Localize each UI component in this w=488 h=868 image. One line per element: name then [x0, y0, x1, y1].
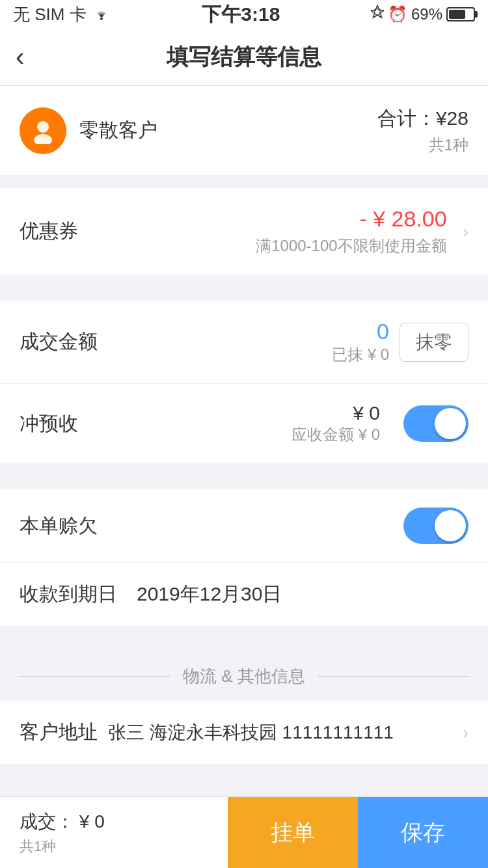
address-label: 客户地址	[20, 719, 98, 746]
svg-point-0	[100, 18, 103, 20]
coupon-card: 优惠券 - ¥ 28.00 满1000-100不限制使用金额 ›	[0, 188, 488, 275]
prepay-values: ¥ 0 应收金额 ¥ 0	[291, 402, 380, 445]
deal-amount-label: 成交金额	[20, 329, 98, 355]
svg-point-1	[37, 121, 49, 133]
bottom-count: 共1种	[20, 837, 208, 856]
page-title: 填写结算等信息	[167, 42, 321, 72]
coupon-row[interactable]: 优惠券 - ¥ 28.00 满1000-100不限制使用金额 ›	[0, 188, 488, 275]
divider-2	[0, 288, 488, 301]
due-date-value[interactable]: 2019年12月30日	[137, 581, 282, 608]
status-right: ⏰ 69%	[371, 5, 475, 23]
status-left: 无 SIM 卡	[13, 3, 111, 26]
total-count: 共1种	[377, 135, 468, 156]
customer-card: 零散客户 合计：¥28 共1种	[0, 86, 488, 175]
debt-label: 本单赊欠	[20, 513, 98, 539]
save-button[interactable]: 保存	[358, 797, 488, 868]
amount-col: 0 已抹 ¥ 0	[332, 319, 389, 365]
wifi-icon	[92, 5, 111, 25]
label-line-left	[20, 676, 170, 677]
sim-status: 无 SIM 卡	[13, 3, 87, 26]
bottom-info: 成交： ¥ 0 共1种	[0, 809, 228, 856]
status-bar: 无 SIM 卡 下午3:18 ⏰ 69%	[0, 0, 488, 29]
chevron-icon: ›	[463, 221, 468, 242]
bottom-deal-label: 成交：	[20, 811, 74, 832]
coupon-desc: 满1000-100不限制使用金额	[256, 236, 446, 256]
debt-toggle-knob	[435, 510, 466, 541]
deal-amount-value[interactable]: 0	[377, 319, 389, 344]
prepay-row: 冲预收 ¥ 0 应收金额 ¥ 0	[0, 384, 488, 463]
prepay-label: 冲预收	[20, 411, 78, 437]
customer-left: 零散客户	[20, 107, 157, 154]
divider-4	[0, 639, 488, 652]
bottom-deal-amount: 成交： ¥ 0	[20, 809, 208, 834]
deal-amount-right: 0 已抹 ¥ 0 抹零	[332, 319, 468, 365]
customer-name: 零散客户	[79, 117, 157, 144]
label-line-right	[318, 676, 468, 677]
address-chevron-icon: ›	[463, 722, 468, 743]
alarm-icon: ⏰	[388, 5, 407, 23]
prepay-right: ¥ 0 应收金额 ¥ 0	[291, 402, 468, 445]
back-button[interactable]: ‹	[16, 42, 24, 72]
prepay-amount: ¥ 0	[353, 402, 380, 424]
coupon-values: - ¥ 28.00 满1000-100不限制使用金额	[256, 206, 446, 256]
round-zero-button[interactable]: 抹零	[400, 323, 468, 362]
prepay-toggle[interactable]	[403, 405, 468, 442]
deal-amount-row: 成交金额 0 已抹 ¥ 0 抹零	[0, 301, 488, 384]
toggle-knob	[435, 408, 466, 439]
coupon-right: - ¥ 28.00 满1000-100不限制使用金额 ›	[256, 206, 468, 256]
debt-card: 本单赊欠 收款到期日 2019年12月30日	[0, 489, 488, 626]
status-time: 下午3:18	[202, 1, 280, 28]
due-date-row: 收款到期日 2019年12月30日	[0, 563, 488, 626]
divider-3	[0, 476, 488, 489]
address-row[interactable]: 客户地址 张三 海淀永丰科技园 11111111111 ›	[0, 701, 488, 764]
avatar	[20, 107, 66, 154]
bottom-bar: 成交： ¥ 0 共1种 挂单 保存	[0, 796, 488, 868]
bottom-deal-value: ¥ 0	[79, 811, 105, 832]
coupon-label: 优惠券	[20, 218, 78, 245]
logistics-label: 物流 & 其他信息	[183, 665, 305, 688]
debt-toggle[interactable]	[403, 508, 468, 544]
pending-button[interactable]: 挂单	[228, 797, 358, 868]
bottom-buttons: 挂单 保存	[228, 797, 488, 868]
customer-right: 合计：¥28 共1种	[377, 105, 468, 156]
nav-bar: ‹ 填写结算等信息	[0, 29, 488, 86]
battery-percent: 69%	[411, 5, 442, 23]
prepay-receivable: 应收金额 ¥ 0	[291, 424, 380, 445]
amount-card: 成交金额 0 已抹 ¥ 0 抹零 冲预收 ¥ 0 应收金额 ¥ 0	[0, 301, 488, 463]
debt-row: 本单赊欠	[0, 489, 488, 563]
content-area: 零散客户 合计：¥28 共1种 优惠券 - ¥ 28.00 满1000-100不…	[0, 86, 488, 861]
battery-icon	[446, 7, 475, 21]
svg-point-2	[34, 134, 52, 144]
total-amount: 合计：¥28	[377, 105, 468, 132]
debt-right	[403, 508, 468, 544]
divider-1	[0, 175, 488, 188]
due-date-label: 收款到期日	[20, 581, 117, 608]
logistics-section: 物流 & 其他信息	[0, 652, 488, 701]
location-icon	[371, 5, 384, 23]
already-rounded: 已抹 ¥ 0	[332, 344, 389, 365]
address-card: 客户地址 张三 海淀永丰科技园 11111111111 ›	[0, 701, 488, 764]
address-value: 张三 海淀永丰科技园 11111111111	[108, 720, 447, 745]
coupon-discount: - ¥ 28.00	[359, 206, 446, 232]
